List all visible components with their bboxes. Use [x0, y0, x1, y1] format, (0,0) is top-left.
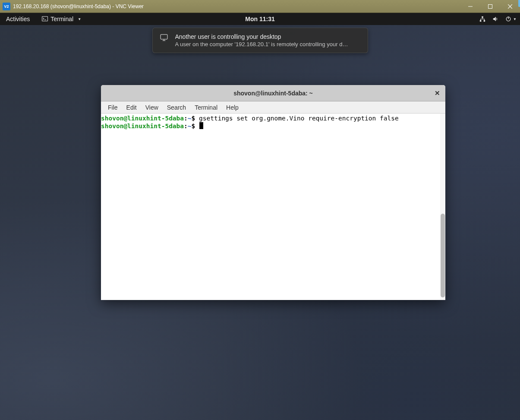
menu-file[interactable]: File	[104, 103, 121, 112]
terminal-line: shovon@linuxhint-5daba:~$ gsettings set …	[101, 114, 445, 122]
notification-banner[interactable]: Another user is controlling your desktop…	[152, 28, 368, 53]
clock-button[interactable]: Mon 11:31	[245, 16, 274, 22]
menu-terminal[interactable]: Terminal	[191, 103, 221, 112]
remote-desktop: Activities Terminal ▼ Mon 11:31 ▼	[0, 13, 520, 420]
notification-message: A user on the computer '192.168.20.1' is…	[175, 41, 361, 47]
minimize-button[interactable]	[460, 0, 480, 13]
close-icon: ✕	[435, 89, 440, 97]
terminal-close-button[interactable]: ✕	[433, 89, 441, 97]
svg-rect-1	[488, 4, 492, 8]
menu-help[interactable]: Help	[223, 103, 242, 112]
volume-icon[interactable]	[492, 16, 498, 22]
scrollbar-thumb[interactable]	[441, 214, 445, 297]
activities-button[interactable]: Activities	[3, 15, 32, 23]
maximize-button[interactable]	[480, 0, 500, 13]
menu-edit[interactable]: Edit	[123, 103, 140, 112]
menu-search[interactable]: Search	[164, 103, 189, 112]
screen-share-icon	[160, 33, 168, 47]
notification-title: Another user is controlling your desktop	[175, 33, 361, 40]
vnc-window-title: 192.168.20.168 (shovon@linuxhint-5daba) …	[13, 3, 460, 9]
svg-rect-4	[42, 16, 48, 21]
system-menu-button[interactable]: ▼	[505, 16, 517, 22]
vnc-titlebar[interactable]: V2 192.168.20.168 (shovon@linuxhint-5dab…	[0, 0, 520, 13]
app-menu-label: Terminal	[50, 16, 73, 22]
terminal-menubar: File Edit View Search Terminal Help	[101, 101, 445, 114]
svg-rect-15	[161, 35, 167, 39]
menu-view[interactable]: View	[142, 103, 162, 112]
side-indicator	[518, 0, 520, 7]
app-menu-button[interactable]: Terminal ▼	[40, 15, 83, 23]
chevron-down-icon: ▼	[513, 17, 517, 21]
terminal-cursor	[199, 122, 203, 129]
terminal-titlebar[interactable]: shovon@linuxhint-5daba: ~ ✕	[101, 85, 445, 101]
chevron-down-icon: ▼	[78, 17, 81, 21]
network-icon[interactable]	[479, 16, 485, 22]
gnome-top-bar: Activities Terminal ▼ Mon 11:31 ▼	[0, 13, 520, 25]
terminal-title: shovon@linuxhint-5daba: ~	[233, 90, 313, 97]
terminal-app-icon	[42, 16, 48, 22]
terminal-command: gsettings set org.gnome.Vino require-enc…	[199, 115, 399, 122]
svg-rect-7	[480, 20, 482, 22]
close-button[interactable]	[500, 0, 520, 13]
terminal-window: shovon@linuxhint-5daba: ~ ✕ File Edit Vi…	[101, 85, 445, 300]
terminal-line: shovon@linuxhint-5daba:~$	[101, 122, 445, 130]
svg-rect-8	[484, 20, 485, 22]
close-icon	[508, 4, 512, 9]
minimize-icon	[468, 4, 473, 9]
terminal-body[interactable]: shovon@linuxhint-5daba:~$ gsettings set …	[101, 114, 445, 300]
terminal-scrollbar[interactable]	[440, 114, 445, 300]
power-icon	[505, 16, 511, 22]
vnc-app-icon: V2	[3, 3, 10, 10]
maximize-icon	[488, 4, 492, 9]
svg-rect-6	[482, 16, 483, 18]
